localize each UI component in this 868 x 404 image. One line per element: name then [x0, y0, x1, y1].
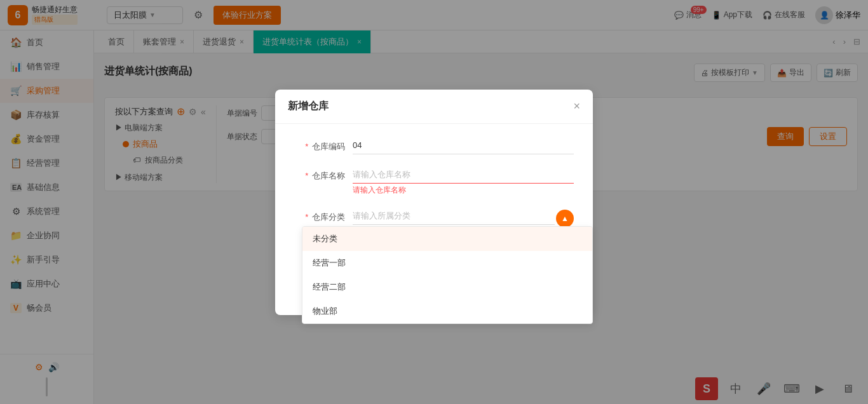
warehouse-category-field-wrap: ▲ 未分类 经营一部 经营二部 物业部 — [353, 207, 574, 225]
required-star: * — [305, 142, 308, 151]
warehouse-modal: 新增仓库 × * 仓库编码 * 仓库名称 请输入仓库名称 — [275, 90, 593, 315]
required-star-3: * — [305, 212, 308, 222]
modal-header: 新增仓库 × — [275, 90, 593, 124]
warehouse-name-input[interactable] — [353, 166, 574, 184]
modal-body: * 仓库编码 * 仓库名称 请输入仓库名称 * — [275, 124, 593, 278]
dropdown-option-property[interactable]: 物业部 — [302, 299, 592, 323]
category-dropdown-list: 未分类 经营一部 经营二部 物业部 — [302, 226, 593, 324]
modal-title: 新增仓库 — [288, 100, 329, 113]
warehouse-name-label: * 仓库名称 — [294, 166, 345, 182]
warehouse-code-input[interactable] — [353, 137, 574, 154]
dropdown-option-ops2[interactable]: 经营二部 — [302, 275, 592, 299]
warehouse-category-label: * 仓库分类 — [294, 207, 345, 223]
warehouse-category-input[interactable] — [353, 207, 555, 225]
form-row-warehouse-code: * 仓库编码 — [294, 137, 574, 154]
warehouse-name-field-wrap: 请输入仓库名称 — [353, 166, 574, 196]
modal-overlay[interactable]: 新增仓库 × * 仓库编码 * 仓库名称 请输入仓库名称 — [0, 0, 868, 404]
category-dropdown-arrow[interactable]: ▲ — [556, 210, 574, 227]
form-row-warehouse-name: * 仓库名称 请输入仓库名称 — [294, 166, 574, 196]
modal-close-button[interactable]: × — [573, 100, 580, 113]
dropdown-option-ops1[interactable]: 经营一部 — [302, 251, 592, 275]
form-row-warehouse-category: * 仓库分类 ▲ 未分类 经营一部 经营二部 物业部 — [294, 207, 574, 225]
required-star-2: * — [305, 171, 308, 180]
dropdown-option-uncategorized[interactable]: 未分类 — [302, 227, 592, 251]
warehouse-code-label: * 仓库编码 — [294, 137, 345, 152]
warehouse-name-error: 请输入仓库名称 — [353, 185, 574, 196]
